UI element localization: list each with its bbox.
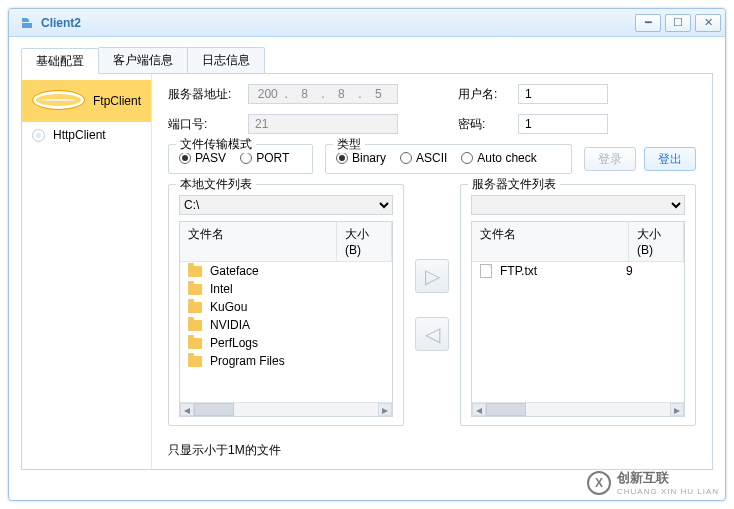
file-icon xyxy=(480,264,492,278)
group-legend: 服务器文件列表 xyxy=(468,176,560,193)
sidebar-item-label: FtpClient xyxy=(93,94,141,108)
label-user: 用户名: xyxy=(458,86,508,103)
username-field[interactable] xyxy=(518,84,608,104)
server-ip-field[interactable]: 200. 8. 8. 5 xyxy=(248,84,398,104)
window-title: Client2 xyxy=(41,16,81,30)
footer-note: 只显示小于1M的文件 xyxy=(168,436,696,459)
app-icon xyxy=(19,15,35,31)
col-size: 大小(B) xyxy=(629,222,684,261)
label-server-addr: 服务器地址: xyxy=(168,86,238,103)
local-listview[interactable]: 文件名 大小(B) GatefaceIntelKuGouNVIDIAPerfLo… xyxy=(179,221,393,417)
list-item[interactable]: PerfLogs xyxy=(180,334,392,352)
list-item[interactable]: KuGou xyxy=(180,298,392,316)
tab-basic[interactable]: 基础配置 xyxy=(21,48,99,74)
group-legend: 类型 xyxy=(333,136,365,153)
type-group: 类型 Binary ASCII Auto check xyxy=(325,144,572,174)
sidebar: FtpClient HttpClient xyxy=(22,74,152,469)
tab-client[interactable]: 客户端信息 xyxy=(98,47,188,73)
app-window: Client2 ━ ☐ ✕ 基础配置 客户端信息 日志信息 FtpClient … xyxy=(8,8,726,501)
col-filename: 文件名 xyxy=(180,222,337,261)
minimize-button[interactable]: ━ xyxy=(635,14,661,32)
col-size: 大小(B) xyxy=(337,222,392,261)
logout-button[interactable]: 登出 xyxy=(644,147,696,171)
label-pwd: 密码: xyxy=(458,116,508,133)
tabstrip: 基础配置 客户端信息 日志信息 xyxy=(21,47,713,74)
tab-panel: FtpClient HttpClient 服务器地址: 200. 8. 8. 5 xyxy=(21,74,713,470)
local-file-group: 本地文件列表 C:\ 文件名 大小(B) GatefaceIntelKuGouN… xyxy=(168,184,404,426)
h-scrollbar[interactable]: ◂▸ xyxy=(180,402,392,416)
transfer-left-button[interactable]: ◁ xyxy=(415,317,449,351)
folder-icon xyxy=(188,284,202,295)
radio-ascii[interactable]: ASCII xyxy=(400,151,447,165)
list-item[interactable]: Program Files xyxy=(180,352,392,370)
group-legend: 本地文件列表 xyxy=(176,176,256,193)
local-path-select[interactable]: C:\ xyxy=(179,195,393,215)
folder-icon xyxy=(188,338,202,349)
sidebar-item-ftp[interactable]: FtpClient xyxy=(22,80,151,122)
close-button[interactable]: ✕ xyxy=(695,14,721,32)
transfer-right-button[interactable]: ▷ xyxy=(415,259,449,293)
watermark: X 创新互联 CHUANG XIN HU LIAN xyxy=(587,469,719,496)
sidebar-item-http[interactable]: HttpClient xyxy=(22,122,151,148)
folder-icon xyxy=(188,266,202,277)
folder-icon xyxy=(188,320,202,331)
folder-icon xyxy=(188,356,202,367)
h-scrollbar[interactable]: ◂▸ xyxy=(472,402,684,416)
transfer-mode-group: 文件传输模式 PASV PORT xyxy=(168,144,313,174)
folder-icon xyxy=(188,302,202,313)
list-item[interactable]: Intel xyxy=(180,280,392,298)
port-field[interactable] xyxy=(248,114,398,134)
list-item[interactable]: NVIDIA xyxy=(180,316,392,334)
server-path-select[interactable] xyxy=(471,195,685,215)
radio-port[interactable]: PORT xyxy=(240,151,289,165)
radio-pasv[interactable]: PASV xyxy=(179,151,226,165)
password-field[interactable] xyxy=(518,114,608,134)
server-listview[interactable]: 文件名 大小(B) FTP.txt9 ◂▸ xyxy=(471,221,685,417)
radio-auto[interactable]: Auto check xyxy=(461,151,536,165)
server-file-group: 服务器文件列表 文件名 大小(B) FTP.txt9 ◂▸ xyxy=(460,184,696,426)
bullet-icon xyxy=(32,90,85,110)
group-legend: 文件传输模式 xyxy=(176,136,256,153)
col-filename: 文件名 xyxy=(472,222,629,261)
radio-binary[interactable]: Binary xyxy=(336,151,386,165)
list-item[interactable]: Gateface xyxy=(180,262,392,280)
tab-log[interactable]: 日志信息 xyxy=(187,47,265,73)
titlebar: Client2 ━ ☐ ✕ xyxy=(9,9,725,37)
bullet-icon xyxy=(32,129,45,142)
label-port: 端口号: xyxy=(168,116,238,133)
maximize-button[interactable]: ☐ xyxy=(665,14,691,32)
list-item[interactable]: FTP.txt9 xyxy=(472,262,684,280)
main-panel: 服务器地址: 200. 8. 8. 5 用户名: 端口号: 密码: xyxy=(152,74,712,469)
watermark-icon: X xyxy=(587,471,611,495)
login-button[interactable]: 登录 xyxy=(584,147,636,171)
sidebar-item-label: HttpClient xyxy=(53,128,106,142)
